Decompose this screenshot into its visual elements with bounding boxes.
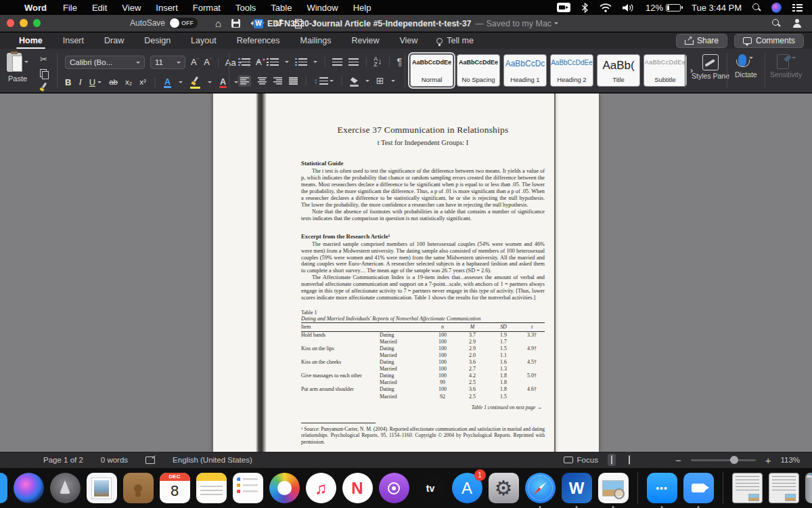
- align-center-button[interactable]: [258, 77, 267, 85]
- tab-draw[interactable]: Draw: [103, 34, 125, 47]
- dock-contacts-icon[interactable]: [123, 473, 154, 503]
- sort-button[interactable]: AZ↓: [374, 56, 382, 67]
- zoom-percent[interactable]: 113%: [780, 456, 800, 464]
- dock-minimized-window-2[interactable]: [769, 473, 799, 503]
- outline-view-button[interactable]: [643, 458, 650, 462]
- tab-insert[interactable]: Insert: [62, 34, 85, 47]
- styles-pane-button[interactable]: Styles Pane: [692, 54, 729, 81]
- style-title[interactable]: AaBb(Title: [597, 54, 640, 87]
- increase-indent-button[interactable]: [348, 58, 359, 66]
- subscript-button[interactable]: x₂: [125, 78, 132, 86]
- tab-mailings[interactable]: Mailings: [299, 34, 333, 47]
- siri-icon[interactable]: [771, 3, 782, 13]
- document-page[interactable]: Exercise 37 Communication in Relationshi…: [213, 93, 599, 452]
- dock-reminders-icon[interactable]: [233, 473, 263, 503]
- text-effects-button[interactable]: A: [164, 77, 171, 87]
- menu-word[interactable]: Word: [24, 3, 47, 13]
- share-button[interactable]: Share: [676, 34, 727, 48]
- dock-system-preferences-icon[interactable]: ⚙: [489, 473, 519, 503]
- dock-podcasts-icon[interactable]: [379, 473, 409, 503]
- style-heading-1[interactable]: AaBbCcDcHeading 1: [503, 54, 547, 87]
- notification-center-icon[interactable]: [792, 4, 803, 12]
- show-paragraph-marks-button[interactable]: ¶: [397, 56, 402, 67]
- dock-launchpad-icon[interactable]: [50, 473, 81, 503]
- tab-home[interactable]: Home: [18, 34, 44, 47]
- tab-references[interactable]: References: [235, 34, 281, 47]
- dictate-button[interactable]: Dictate: [735, 54, 757, 79]
- format-painter-button[interactable]: [39, 83, 48, 91]
- dock-safari-icon[interactable]: [525, 473, 556, 503]
- battery-indicator[interactable]: 12%: [646, 3, 681, 13]
- screen-recording-icon[interactable]: [557, 3, 570, 12]
- fullscreen-window-button[interactable]: [33, 19, 41, 27]
- zoom-slider[interactable]: [691, 459, 756, 461]
- dock-siri-icon[interactable]: [14, 473, 44, 503]
- undo-button[interactable]: ↩: [250, 17, 265, 29]
- paste-button[interactable]: Paste: [7, 53, 28, 83]
- dock-zoom-icon[interactable]: [683, 473, 714, 503]
- copy-button[interactable]: [40, 69, 48, 78]
- style-heading-2[interactable]: AaBbCcDdEeHeading 2: [550, 54, 593, 87]
- zoom-out-button[interactable]: −: [675, 454, 681, 466]
- minimize-window-button[interactable]: [20, 19, 27, 27]
- page-indicator[interactable]: Page 1 of 2: [43, 456, 83, 464]
- menu-edit[interactable]: Edit: [92, 3, 107, 13]
- menu-insert[interactable]: Insert: [156, 3, 178, 13]
- document-search-icon[interactable]: [772, 19, 780, 27]
- tab-design[interactable]: Design: [143, 34, 172, 47]
- dock-notes-icon[interactable]: [196, 473, 227, 503]
- highlight-button[interactable]: [190, 77, 200, 87]
- tell-me-button[interactable]: Tell me: [436, 36, 474, 45]
- dock-word-icon[interactable]: W: [562, 473, 592, 503]
- dock-minimized-window-1[interactable]: [732, 473, 763, 503]
- redo-button[interactable]: ↺: [275, 17, 284, 29]
- decrease-indent-button[interactable]: [332, 58, 342, 66]
- tab-view[interactable]: View: [398, 34, 419, 47]
- dock-app-store-icon[interactable]: A1: [452, 473, 482, 503]
- dock-finder-icon[interactable]: [0, 473, 7, 503]
- share-profile-icon[interactable]: [792, 19, 801, 28]
- zoom-in-button[interactable]: +: [765, 454, 771, 466]
- align-left-button[interactable]: [238, 75, 251, 87]
- dock-news-icon[interactable]: N: [342, 473, 373, 503]
- save-button[interactable]: [231, 19, 240, 28]
- volume-icon[interactable]: [623, 3, 635, 12]
- print-button[interactable]: [293, 19, 302, 27]
- customize-toolbar-button[interactable]: [313, 22, 317, 24]
- align-right-button[interactable]: [273, 77, 282, 85]
- font-size-select[interactable]: 11: [150, 56, 185, 69]
- dock-calendar-icon[interactable]: DEC8: [160, 473, 190, 503]
- web-layout-view-button[interactable]: [625, 454, 633, 466]
- font-color-button[interactable]: A: [219, 77, 227, 87]
- dock-preview-icon[interactable]: [598, 473, 629, 503]
- focus-button[interactable]: Focus: [564, 456, 598, 464]
- draft-view-button[interactable]: [659, 458, 666, 462]
- dock-music-icon[interactable]: ♫: [306, 473, 336, 503]
- style-subtitle[interactable]: AaBbCcDdEeSubtitle: [644, 54, 687, 87]
- underline-button[interactable]: U: [89, 77, 102, 87]
- proofing-status-icon[interactable]: [145, 457, 155, 464]
- dock-apple-tv-icon[interactable]: tv: [415, 473, 446, 503]
- menu-file[interactable]: File: [63, 3, 77, 13]
- dock-messages-icon[interactable]: •••: [647, 473, 677, 503]
- strikethrough-button[interactable]: ab: [109, 78, 118, 86]
- zoom-slider-knob[interactable]: [730, 456, 738, 464]
- grow-font-button[interactable]: Aˆ: [191, 57, 198, 67]
- borders-button[interactable]: ⊞: [376, 75, 384, 86]
- menu-format[interactable]: Format: [193, 3, 221, 13]
- print-layout-view-button[interactable]: [608, 454, 616, 466]
- italic-button[interactable]: I: [78, 77, 81, 87]
- close-window-button[interactable]: [7, 19, 14, 27]
- style-normal[interactable]: AaBbCcDdEeNormal: [410, 54, 453, 87]
- wifi-icon[interactable]: [600, 3, 612, 12]
- cut-button[interactable]: ✂: [40, 54, 47, 64]
- bullet-list-button[interactable]: [238, 58, 250, 66]
- menu-tools[interactable]: Tools: [235, 3, 256, 13]
- font-name-select[interactable]: Calibri (Bo...: [65, 56, 145, 69]
- autosave-toggle[interactable]: AutoSave OFF: [130, 18, 198, 28]
- tab-layout[interactable]: Layout: [189, 34, 218, 47]
- menu-bar-clock[interactable]: Tue 3:44 PM: [692, 3, 742, 13]
- superscript-button[interactable]: x²: [139, 78, 146, 86]
- style-no-spacing[interactable]: AaBbCcDdEeNo Spacing: [457, 54, 500, 87]
- line-spacing-button[interactable]: ↕: [314, 77, 334, 85]
